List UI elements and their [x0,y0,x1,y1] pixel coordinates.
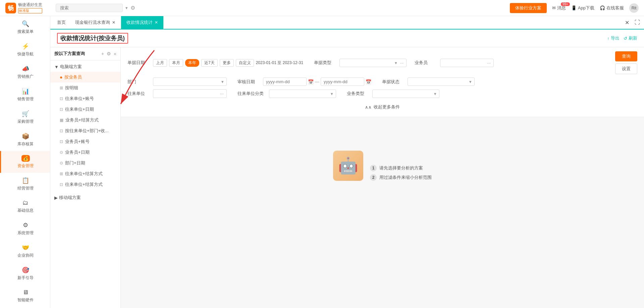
settings-icon[interactable]: ⚙ [130,5,135,11]
export-icon: ↑ [607,36,610,41]
sidebar-item-basicinfo[interactable]: 🗂 基础信息 [0,195,50,217]
doc-status-select[interactable]: ▾ [408,78,475,86]
sidebar-item-operation[interactable]: 📋 经营管理 [0,173,50,195]
scheme-item-salesman-date[interactable]: ⊙ 业务员+日期 [50,147,120,158]
scheme-item-counterpart-account[interactable]: ⊡ 往来单位+账号 [50,93,120,104]
calendar-icon-end[interactable]: 📅 [366,79,371,85]
sidebar-label-collab: 企业协同 [17,253,34,258]
setting-button[interactable]: 设置 [615,63,637,74]
page-title: 收款情况统计(按业务员) [57,33,128,44]
calendar-icon-start[interactable]: 📅 [308,79,314,85]
message-button[interactable]: ✉ 消息 99+ [552,5,566,11]
scheme-item-salesman-settlement[interactable]: ▦ 业务员+结算方式 [50,115,120,125]
scheme-item-dept-combined[interactable]: ⊡ 按往来单位+部门+收... [50,125,120,136]
scheme-collapse-button[interactable]: « [114,51,116,56]
date-btn-thismonth[interactable]: 本月 [169,59,183,67]
inventory-icon: 📦 [22,133,29,140]
search-input[interactable] [56,4,123,12]
scheme-item-counterpart-date[interactable]: ⊡ 往来单位+日期 [50,104,120,115]
trial-button[interactable]: 体验行业方案 [510,3,547,13]
sysadmin-icon: ⚙ [23,221,28,229]
finance-icon: 💰 [21,155,30,162]
date-btn-more[interactable]: 更多 [220,59,234,67]
sidebar-item-finance[interactable]: 💰 资金管理 [0,151,50,173]
section-expand-icon: ▼ [54,64,59,69]
dropdown-icon[interactable]: ▾ [125,5,128,10]
sidebar-item-hardware[interactable]: 🖥 智能硬件 [0,285,50,307]
user-profile[interactable]: Rit [629,3,639,13]
review-date-start[interactable] [263,78,307,86]
tab-close-bank[interactable]: ✕ [112,20,115,25]
app-download-button[interactable]: 📱 App下载 [571,5,594,11]
online-service-button[interactable]: 🎧 在线客服 [600,5,624,11]
category-more-icon[interactable]: ··· [400,60,404,65]
counterpart-cat-dropdown: ▾ [331,91,333,96]
sidebar-item-purchase[interactable]: 🛒 采购管理 [0,106,50,129]
scheme-item-dept-date[interactable]: ⊙ 部门+日期 [50,158,120,168]
item-icon-detail: ⊞ [60,86,63,90]
empty-tip-1: 1 请先选择要分析的方案 [370,165,432,171]
sidebar-item-sysadmin[interactable]: ⚙ 系统管理 [0,217,50,240]
section-title-mobile: 移动端方案 [59,195,81,201]
sidebar-item-sales[interactable]: 📊 销售管理 [0,84,50,106]
doc-status-dropdown: ▾ [469,79,472,84]
counterpart-more-icon[interactable]: ··· [220,91,224,96]
salesman-select[interactable]: ··· [440,59,494,67]
sidebar-item-collab[interactable]: 🤝 企业协同 [0,240,50,262]
category-select[interactable]: ▾ ··· [339,59,407,67]
item-icon-ca: ⊡ [60,96,63,101]
sidebar-label-newbie: 新手引导 [17,275,34,281]
date-btn-lastmonth[interactable]: 上月 [153,59,167,67]
logo-area: 畅 畅捷通好生意 标准版 [5,2,56,13]
scheme-item-salesman[interactable]: ● 按业务员 [50,72,120,83]
marketing-icon: 📣 [22,65,29,72]
sidebar: 🔍 搜索菜单 ⚡ 快捷导航 📣 营销推广 📊 销售管理 🛒 采购管理 📦 库存核… [0,16,50,308]
scheme-item-counterpart-settlement2[interactable]: ⊡ 往来单位+结算方式 [50,179,120,190]
sales-icon: 📊 [22,88,29,95]
refresh-button[interactable]: ↺ 刷新 [624,35,637,41]
app-name: 畅捷通好生意 [18,2,42,8]
filter-actions: 查询 设置 [615,51,637,74]
sidebar-item-quicknav[interactable]: ⚡ 快捷导航 [0,39,50,61]
sidebar-item-marketing[interactable]: 📣 营销推广 [0,61,50,84]
filter-content-area: 按以下方案查询 + ⚙ « ▼ 电脑端方案 ● 按业务员 [50,47,644,308]
scheme-section-mobile-header[interactable]: ▶ 移动端方案 [50,193,120,203]
phone-icon: 📱 [571,5,577,10]
item-icon-dd: ⊙ [60,161,63,165]
review-date-inputs: 📅 — 📅 [263,78,371,86]
counterpart-cat-select[interactable]: ▾ [269,90,336,98]
review-date-end[interactable] [321,78,364,86]
scheme-item-salesman-account[interactable]: ⊡ 业务员+账号 [50,136,120,147]
sidebar-item-search[interactable]: 🔍 搜索菜单 [0,16,50,39]
salesman-more-icon: ··· [487,60,491,65]
scheme-add-button[interactable]: + [101,51,104,56]
hardware-icon: 🖥 [22,289,29,296]
tip-num-1: 1 [370,165,377,171]
scheme-settings-button[interactable]: ⚙ [107,51,111,56]
section-expand-icon-mobile: ▶ [54,195,58,200]
scheme-item-counterpart-settlement1[interactable]: ⊞ 往来单位+结算方式 [50,168,120,179]
export-button[interactable]: ↑ 导出 [607,35,620,41]
query-button[interactable]: 查询 [615,51,637,61]
date-btn-7days[interactable]: 近7天 [201,59,218,67]
collapse-bar[interactable]: ∧∧ 收起更多条件 [127,101,637,113]
search-icon: 🔍 [22,20,29,28]
scheme-item-detail[interactable]: ⊞ 按明细 [50,83,120,93]
sidebar-item-newbie[interactable]: 🎯 新手引导 [0,262,50,285]
date-btn-thisyear[interactable]: 本年 [185,59,199,67]
category-dropdown-icon: ▾ [395,60,397,65]
dept-select[interactable]: ▾ [153,78,227,86]
tab-collection-stats[interactable]: 收款情况统计 ✕ [121,16,164,29]
biz-type-select[interactable]: ▾ [372,90,439,98]
sidebar-label-basicinfo: 基础信息 [17,208,34,213]
tab-close-all[interactable]: ✕ [624,18,631,27]
tab-maximize[interactable]: ⛶ [633,18,641,27]
filter-panel: 单据日期 上月 本月 本年 近7天 更多 自定义 2023-01-01 至 20… [121,47,644,117]
tab-close-collection[interactable]: ✕ [155,20,158,25]
counterpart-select[interactable]: ··· [153,89,227,98]
date-btn-custom[interactable]: 自定义 [236,59,254,67]
scheme-section-desktop-header[interactable]: ▼ 电脑端方案 [50,62,120,72]
tab-home[interactable]: 首页 [53,16,70,29]
sidebar-item-inventory[interactable]: 📦 库存核算 [0,129,50,151]
tab-bank-flow[interactable]: 现金银行流水查询 ✕ [70,16,121,29]
